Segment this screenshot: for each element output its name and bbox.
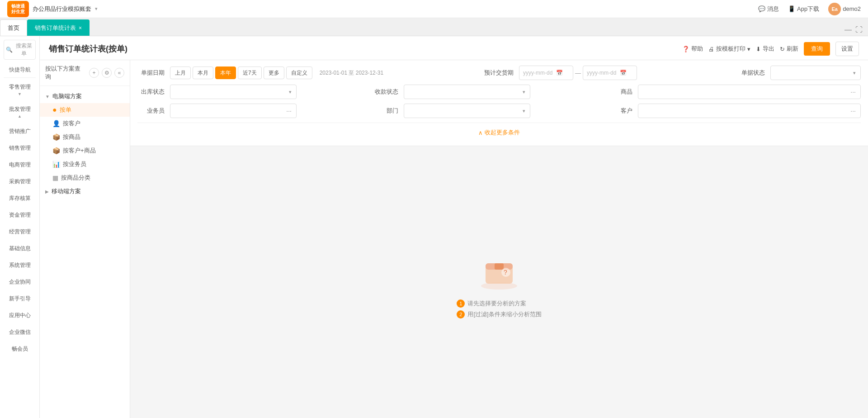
sidebar-item-purchase[interactable]: 采购管理 [0, 173, 39, 190]
goods-select[interactable]: ··· [638, 85, 861, 99]
tree-item-by-salesperson[interactable]: 📊 按业务员 [40, 157, 130, 171]
sidebar-item-operation[interactable]: 经营管理 [0, 223, 39, 240]
sidebar-item-system[interactable]: 系统管理 [0, 257, 39, 274]
department-select[interactable]: ▾ [404, 104, 530, 118]
tab-home-label: 首页 [8, 24, 19, 32]
calendar-icon-from: 📅 [556, 70, 563, 76]
export-icon: ⬇ [756, 46, 761, 52]
sidebar-item-basic[interactable]: 基础信息 [0, 240, 39, 257]
sidebar-item-inventory[interactable]: 库存核算 [0, 190, 39, 207]
salesperson-label: 业务员 [137, 107, 165, 115]
refresh-icon: ↻ [780, 46, 785, 52]
sidebar-item-corpwechat[interactable]: 企业微信 [0, 324, 39, 341]
customer-label: 客户 [605, 107, 632, 115]
tab-minimize-icon[interactable]: — [844, 26, 852, 34]
collapse-panel-button[interactable]: « [114, 68, 124, 78]
sidebar-item-newuser[interactable]: 新手引导 [0, 290, 39, 307]
sidebar-item-label: 经营管理 [9, 228, 31, 236]
goods-label: 商品 [605, 88, 632, 96]
collapse-icon: ∧ [478, 129, 483, 136]
content: 销售订单统计表(按单) ❓ 帮助 🖨 按模板打印 ▾ ⬇ 导出 ↻ 刷新 [40, 36, 868, 418]
date-range-text: 2023-01-01 至 2023-12-31 [320, 69, 383, 77]
date-pill-last-7-days[interactable]: 近7天 [238, 66, 262, 79]
tree-item-by-order[interactable]: ● 按单 [40, 103, 130, 117]
ship-status-select[interactable]: ▾ [170, 85, 297, 99]
sidebar: 🔍 搜索菜单 快捷导航 零售管理 ▼ 批发管理 ▲ 营销推广 销售管理 电商管理… [0, 36, 40, 418]
search-menu-button[interactable]: 🔍 搜索菜单 [4, 40, 36, 60]
print-icon: 🖨 [708, 46, 714, 52]
date-pill-this-month[interactable]: 本月 [193, 66, 213, 79]
department-dropdown-icon: ▾ [523, 108, 525, 114]
customer-select[interactable]: ··· [638, 104, 861, 118]
date-pill-custom[interactable]: 自定义 [286, 66, 312, 79]
collapse-filter-button[interactable]: ∧ 收起更多条件 [475, 125, 524, 140]
sidebar-item-ecommerce[interactable]: 电商管理 [0, 157, 39, 173]
sidebar-item-wholesale[interactable]: 批发管理 ▲ [0, 101, 39, 123]
tab-active-label: 销售订单统计表 [35, 24, 76, 32]
customer-dots[interactable]: ··· [850, 107, 856, 114]
chart-icon: 📊 [52, 161, 60, 168]
user-avatar-button[interactable]: Ea demo2 [828, 3, 861, 15]
tab-sales-order-stat[interactable]: 销售订单统计表 × [27, 19, 90, 36]
tab-home[interactable]: 首页 [0, 19, 27, 36]
expected-date-to[interactable]: yyyy-mm-dd 📅 [583, 66, 637, 80]
help-button[interactable]: ❓ 帮助 [682, 45, 703, 53]
sidebar-item-label: 采购管理 [9, 178, 31, 185]
topbar-title: 办公用品行业模拟账套 [33, 5, 91, 13]
print-button[interactable]: 🖨 按模板打印 ▾ [708, 45, 750, 53]
sidebar-item-marketing[interactable]: 营销推广 [0, 123, 39, 140]
sidebar-item-label: 电商管理 [9, 161, 31, 169]
query-button[interactable]: 查询 [804, 42, 830, 56]
sidebar-item-label: 应用中心 [9, 312, 31, 319]
date-pill-last-month[interactable]: 上月 [170, 66, 191, 79]
print-dropdown-icon: ▾ [747, 46, 750, 52]
message-button[interactable]: 💬 消息 [758, 5, 779, 13]
sidebar-item-label: 基础信息 [9, 245, 31, 252]
tip-num-1: 1 [457, 299, 465, 308]
date-label: 单据日期 [137, 69, 165, 77]
tree-item-by-customer-goods[interactable]: 📦 按客户+商品 [40, 144, 130, 157]
sidebar-item-finance[interactable]: 资金管理 [0, 207, 39, 223]
order-status-select[interactable]: ▾ [770, 66, 861, 80]
tree-item-by-goods-category[interactable]: ▦ 按商品分类 [40, 171, 130, 185]
avatar: Ea [828, 3, 841, 15]
app-download-button[interactable]: 📱 App下载 [788, 5, 819, 13]
empty-tip-1: 1 请先选择要分析的方案 [457, 299, 541, 308]
help-icon: ❓ [682, 46, 689, 52]
logo: 畅捷通好生意 [7, 1, 29, 17]
sidebar-item-label: 营销推广 [9, 128, 31, 135]
topbar-right: 💬 消息 📱 App下载 Ea demo2 [758, 3, 861, 15]
settings-scheme-button[interactable]: ⚙ [102, 68, 112, 78]
date-pill-this-year[interactable]: 本年 [215, 66, 236, 79]
sidebar-nav-shortcut[interactable]: 快捷导航 [0, 63, 39, 76]
sidebar-item-member[interactable]: 畅会员 [0, 341, 39, 357]
tree-group-desktop-header[interactable]: ▼ 电脑端方案 [40, 90, 130, 103]
sidebar-item-label: 资金管理 [9, 211, 31, 219]
page-actions: ❓ 帮助 🖨 按模板打印 ▾ ⬇ 导出 ↻ 刷新 查询 设置 [682, 42, 859, 56]
tree-group-mobile-header[interactable]: ▶ 移动端方案 [40, 185, 130, 198]
export-button[interactable]: ⬇ 导出 [756, 45, 774, 53]
box-icon: 📦 [52, 133, 60, 141]
payment-status-dropdown-icon: ▾ [523, 89, 525, 95]
date-pill-more[interactable]: 更多 [264, 66, 284, 79]
tree-item-by-goods[interactable]: 📦 按商品 [40, 130, 130, 144]
tab-close-icon[interactable]: × [79, 25, 82, 31]
sidebar-item-retail[interactable]: 零售管理 ▼ [0, 79, 39, 101]
sidebar-item-enterprise[interactable]: 企业协同 [0, 274, 39, 290]
salesperson-dots[interactable]: ··· [286, 107, 292, 114]
sidebar-item-appcenter[interactable]: 应用中心 [0, 307, 39, 324]
settings-button[interactable]: 设置 [835, 42, 859, 56]
tree-item-by-customer[interactable]: 👤 按客户 [40, 117, 130, 130]
page-title: 销售订单统计表(按单) [49, 43, 127, 54]
sidebar-item-label: 企业协同 [9, 278, 31, 286]
refresh-button[interactable]: ↻ 刷新 [780, 45, 798, 53]
expected-date-from[interactable]: yyyy-mm-dd 📅 [519, 66, 573, 80]
topbar-dropdown-icon[interactable]: ▾ [95, 6, 98, 12]
payment-status-select[interactable]: ▾ [404, 85, 530, 99]
sidebar-item-label: 新手引导 [9, 295, 31, 303]
goods-dots[interactable]: ··· [850, 88, 856, 95]
sidebar-item-sales[interactable]: 销售管理 [0, 140, 39, 157]
add-scheme-button[interactable]: + [89, 68, 99, 78]
salesperson-select[interactable]: ··· [170, 104, 297, 118]
tab-maximize-icon[interactable]: ⛶ [855, 26, 863, 34]
